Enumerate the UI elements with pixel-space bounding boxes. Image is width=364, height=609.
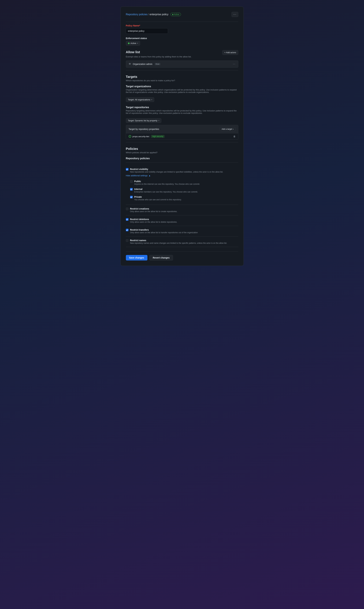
target-box-title: Target by repository properties [129, 128, 159, 130]
section-divider-1 [126, 70, 238, 70]
target-box-header: Target by repository properties Add a ta… [126, 125, 238, 133]
target-property-box: Target by repository properties Add a ta… [126, 125, 238, 140]
target-repos-title: Target repositories [126, 106, 238, 109]
target-repos-label: Target: Dynamic list by property [128, 119, 157, 122]
sub-option-main-public: Public Anyone on the internet can see th… [130, 180, 238, 185]
target-repos-dropdown[interactable]: Target: Dynamic list by property ▾ [126, 118, 161, 123]
restrict-creations-checkbox[interactable] [126, 208, 129, 210]
policy-name-label: Policy Name* [126, 24, 238, 27]
allow-list-title: Allow list [126, 50, 140, 54]
save-button[interactable]: Save changes [126, 255, 147, 261]
policy-item-restrict-names: Restrict names New repository names and … [126, 236, 238, 247]
property-row: props.security-tier: high security 🗑 [126, 133, 238, 139]
actor-info: 👁 Organization admin Role [129, 63, 160, 66]
policy-content-restrict-transfers: Restrict transfers Only allow users on t… [130, 229, 238, 234]
policy-content-restrict-names: Restrict names New repository names and … [130, 239, 238, 244]
policy-main-restrict-deletions: Restrict deletions Only allow users on t… [126, 218, 238, 223]
sub-option-public: Public Anyone on the internet can see th… [130, 179, 238, 187]
target-orgs-title: Target organizations [126, 85, 238, 88]
enforcement-label: Enforcement status [126, 37, 238, 40]
restrict-names-desc: New repository names and name changes ar… [130, 242, 238, 244]
restrict-transfers-name: Restrict transfers [130, 229, 238, 231]
actor-name: Organization admin [133, 63, 152, 65]
restrict-creations-desc: Only allow users on the allow list to cr… [130, 210, 238, 213]
restrict-transfers-checkbox[interactable] [126, 229, 129, 231]
status-dot [128, 42, 130, 44]
public-name: Public [134, 180, 200, 183]
active-badge: Active [170, 13, 181, 16]
footer-buttons: Save changes Revert changes [126, 251, 238, 261]
property-info: props.security-tier: high security [129, 135, 165, 138]
policy-main-restrict-creations: Restrict creations Only allow users on t… [126, 208, 238, 213]
breadcrumb-separator: / [148, 13, 149, 16]
page-header: Repository policies / enterprise policy … [126, 12, 238, 17]
chevron-up-icon: ▲ [149, 174, 151, 177]
internal-checkbox[interactable] [130, 188, 133, 191]
visibility-sub-options: Public Anyone on the internet can see th… [126, 179, 238, 202]
restrict-visibility-name: Restrict visibility [130, 168, 238, 170]
sub-option-private: Private You choose who can see and commi… [130, 194, 238, 202]
policy-main-restrict-names: Restrict names New repository names and … [126, 239, 238, 244]
eye-icon: 👁 [129, 63, 131, 66]
public-desc: Anyone on the internet can see this repo… [134, 183, 200, 185]
actor-role-badge: Role [155, 63, 160, 65]
policy-item-restrict-creations: Restrict creations Only allow users on t… [126, 205, 238, 215]
restrict-visibility-desc: New repositories and visibility changes … [130, 171, 238, 173]
hide-settings-toggle[interactable]: Hide additional settings ▲ [126, 174, 151, 177]
property-value: high security [151, 135, 164, 138]
target-repos-desc: Repository targeting determines which re… [126, 110, 238, 114]
public-checkbox[interactable] [130, 180, 133, 183]
chevron-down-icon: ▾ [233, 128, 234, 130]
internal-name: Internal [134, 188, 198, 190]
breadcrumb: Repository policies / enterprise policy … [126, 13, 181, 16]
breadcrumb-link[interactable]: Repository policies [126, 13, 148, 16]
main-container: Repository policies / enterprise policy … [120, 6, 244, 266]
policies-description: Which policies should be applied? [126, 151, 238, 154]
add-actors-button[interactable]: + Add actors [222, 50, 238, 55]
property-label: props.security-tier: [132, 135, 150, 138]
revert-button[interactable]: Revert changes [149, 255, 173, 261]
actor-menu-button[interactable]: ··· [233, 63, 235, 66]
restrict-names-checkbox[interactable] [126, 239, 129, 242]
allow-list-header: Allow list + Add actors [126, 50, 238, 55]
targets-description: Which repositories do you want to make a… [126, 79, 238, 82]
internal-desc: Enterprise members can see this reposito… [134, 191, 198, 193]
sub-option-content-internal: Internal Enterprise members can see this… [134, 188, 198, 193]
policy-main-restrict-visibility: Restrict visibility New repositories and… [126, 168, 238, 173]
policy-content-restrict-visibility: Restrict visibility New repositories and… [130, 168, 238, 173]
restrict-deletions-checkbox[interactable] [126, 218, 129, 221]
private-checkbox[interactable] [130, 196, 133, 198]
sub-option-main-private: Private You choose who can see and commi… [130, 196, 238, 201]
breadcrumb-current: enterprise policy [150, 13, 169, 16]
repo-policies-subtitle: Repository policies [126, 157, 238, 160]
header-divider [126, 22, 238, 22]
policy-name-section: Policy Name* [126, 24, 238, 34]
restrict-deletions-desc: Only allow users on the allow list to de… [130, 221, 238, 223]
restrict-visibility-checkbox[interactable] [126, 168, 129, 171]
policy-item-restrict-visibility: Restrict visibility New repositories and… [126, 165, 238, 205]
chevron-down-icon: ▾ [151, 99, 152, 100]
chevron-down-icon: ▾ [158, 120, 159, 122]
policy-item-restrict-transfers: Restrict transfers Only allow users on t… [126, 226, 238, 236]
policy-content-restrict-deletions: Restrict deletions Only allow users on t… [130, 218, 238, 223]
restrict-deletions-name: Restrict deletions [130, 218, 238, 221]
enforcement-dropdown[interactable]: Active ▾ [126, 41, 140, 46]
policy-item-restrict-deletions: Restrict deletions Only allow users on t… [126, 215, 238, 226]
policy-main-restrict-transfers: Restrict transfers Only allow users on t… [126, 229, 238, 234]
sub-option-main-internal: Internal Enterprise members can see this… [130, 188, 238, 193]
status-label: Active [130, 42, 136, 44]
menu-button[interactable]: ··· [232, 12, 238, 17]
add-target-button[interactable]: Add a target ▾ [220, 127, 235, 131]
restrict-transfers-desc: Only allow users on the allow list to tr… [130, 231, 238, 234]
policy-name-input[interactable] [126, 28, 168, 34]
target-orgs-label: Target: All organizations [128, 98, 150, 101]
sub-option-internal: Internal Enterprise members can see this… [130, 187, 238, 194]
target-orgs-desc: Organization targeting determines which … [126, 89, 238, 93]
target-orgs-dropdown[interactable]: Target: All organizations ▾ [126, 97, 154, 102]
section-divider-2 [126, 142, 238, 142]
targets-title: Targets [126, 75, 238, 79]
enforcement-section: Enforcement status Active ▾ [126, 37, 238, 46]
delete-property-button[interactable]: 🗑 [233, 135, 235, 138]
restrict-creations-name: Restrict creations [130, 208, 238, 210]
sub-option-content-public: Public Anyone on the internet can see th… [134, 180, 200, 185]
